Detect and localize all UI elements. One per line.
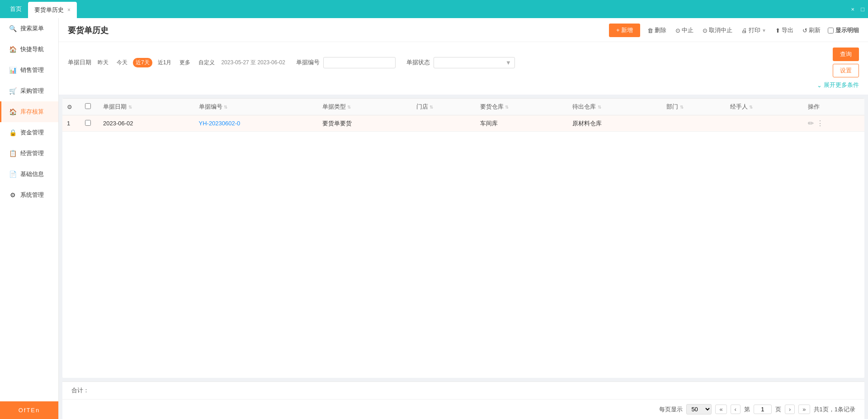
sort-department-icon[interactable]: ⇅ [680, 105, 684, 110]
sidebar-item-sales[interactable]: 📊 销售管理 [0, 60, 58, 81]
page-prefix: 第 [744, 405, 750, 414]
page-summary: 共1页，1条记录 [814, 405, 855, 414]
top-bar-actions: × □ [851, 6, 864, 13]
export-button[interactable]: ⬆ 导出 [774, 26, 795, 34]
col-check-all[interactable] [80, 99, 99, 115]
window-close-btn[interactable]: × [851, 6, 855, 13]
col-department: 部门 ⇅ [662, 99, 726, 115]
suspend-button[interactable]: ⊙ 中止 [674, 26, 695, 34]
window-maximize-btn[interactable]: □ [861, 6, 864, 13]
expand-label: 展开更多条件 [824, 81, 859, 89]
cell-check[interactable] [80, 115, 99, 132]
sidebar-item-purchase-label: 采购管理 [20, 87, 44, 95]
bill-no-label: 单据编号 [296, 58, 320, 67]
add-button[interactable]: + 新增 [609, 24, 640, 37]
basic-info-icon: 📄 [9, 170, 17, 178]
table-body: 1 2023-06-02 YH-20230602-0 要货单要货 车间库 原材料… [62, 115, 864, 132]
sidebar-item-finance-label: 资金管理 [20, 129, 44, 137]
query-button[interactable]: 查询 [833, 48, 859, 61]
col-handler: 经手人 ⇅ [726, 99, 804, 115]
sort-bill-no-icon[interactable]: ⇅ [224, 105, 227, 110]
check-all-input[interactable] [85, 103, 91, 109]
delete-button[interactable]: 🗑 删除 [646, 26, 668, 34]
date-label: 单据日期 [68, 58, 91, 67]
suspend-icon: ⊙ [675, 27, 680, 34]
row-check-input[interactable] [85, 120, 91, 126]
sidebar-item-basic-info-label: 基础信息 [20, 170, 44, 178]
expand-more-btn[interactable]: ⌄ 展开更多条件 [817, 81, 859, 89]
date-shortcuts: 昨天 今天 近7天 近1月 更多 自定义 [95, 58, 217, 67]
pagination: 每页显示 10 20 50 100 « ‹ 第 页 › » 共1页，1条记录 [62, 399, 864, 419]
col-settings[interactable]: ⚙ [62, 99, 80, 115]
bill-no-input[interactable] [323, 57, 396, 68]
sidebar-logo: OfTEn [0, 401, 58, 419]
refresh-icon: ↺ [802, 27, 807, 34]
date-range-display: 2023-05-27 至 2023-06-02 [221, 59, 285, 67]
first-page-btn[interactable]: « [715, 405, 726, 414]
shortcut-custom[interactable]: 自定义 [196, 58, 217, 67]
shortcut-yesterday[interactable]: 昨天 [95, 58, 111, 67]
content-area: 要货单历史 + 新增 🗑 删除 ⊙ 中止 ⊙ 取消中止 🖨 打印 [59, 18, 868, 419]
filter-row-2: ⌄ 展开更多条件 [68, 81, 859, 89]
more-action-icon[interactable]: ⋮ [816, 119, 824, 128]
cell-department [662, 115, 726, 132]
cancel-suspend-label: 取消中止 [709, 26, 732, 34]
shortcut-more[interactable]: 更多 [177, 58, 193, 67]
shortcut-today[interactable]: 今天 [114, 58, 130, 67]
shortcut-7days[interactable]: 近7天 [133, 58, 152, 67]
filter-date: 单据日期 昨天 今天 近7天 近1月 更多 自定义 2023-05-27 至 2… [68, 58, 285, 67]
sidebar-item-finance[interactable]: 🔒 资金管理 [0, 122, 58, 143]
delete-icon: 🗑 [647, 27, 653, 34]
sort-store-icon[interactable]: ⇅ [429, 105, 433, 110]
cancel-suspend-button[interactable]: ⊙ 取消中止 [701, 26, 734, 34]
sort-pending-warehouse-icon[interactable]: ⇅ [598, 105, 601, 110]
sidebar-item-system[interactable]: ⚙ 系统管理 [0, 185, 58, 205]
sort-handler-icon[interactable]: ⇅ [749, 105, 753, 110]
main-layout: 🔍 搜索菜单 🏠 快捷导航 📊 销售管理 🛒 采购管理 🏠 库存核算 🔒 资金管… [0, 18, 868, 419]
settings-button[interactable]: 设置 [833, 64, 859, 77]
cell-store [412, 115, 476, 132]
sidebar-item-purchase[interactable]: 🛒 采购管理 [0, 81, 58, 101]
status-select[interactable] [434, 57, 515, 68]
purchase-icon: 🛒 [9, 87, 17, 95]
total-label: 合计： [71, 387, 89, 394]
system-icon: ⚙ [9, 191, 17, 199]
top-bar: 首页 要货单历史 × × □ [0, 0, 868, 18]
sidebar-item-operations[interactable]: 📋 经营管理 [0, 143, 58, 164]
cell-bill-no[interactable]: YH-20230602-0 [194, 115, 318, 132]
col-date: 单据日期 ⇅ [99, 99, 194, 115]
last-page-btn[interactable]: » [798, 405, 810, 414]
sort-bill-type-icon[interactable]: ⇅ [347, 105, 351, 110]
toolbar: + 新增 🗑 删除 ⊙ 中止 ⊙ 取消中止 🖨 打印 ▼ [609, 24, 859, 37]
show-detail-input[interactable] [828, 28, 834, 33]
tab-home[interactable]: 首页 [4, 0, 28, 18]
prev-page-btn[interactable]: ‹ [731, 405, 741, 414]
suspend-label: 中止 [682, 26, 693, 34]
expand-icon: ⌄ [817, 82, 822, 89]
tab-history[interactable]: 要货单历史 × [28, 2, 77, 18]
sidebar-item-quick-nav[interactable]: 🏠 快捷导航 [0, 39, 58, 60]
sales-icon: 📊 [9, 66, 17, 74]
sidebar-item-basic-info[interactable]: 📄 基础信息 [0, 164, 58, 185]
action-icons: ✏ ⋮ [808, 119, 860, 128]
per-page-select[interactable]: 10 20 50 100 [686, 404, 712, 414]
sidebar-item-inventory[interactable]: 🏠 库存核算 [0, 101, 58, 122]
tab-close-icon[interactable]: × [67, 7, 71, 13]
sidebar-item-search-menu[interactable]: 🔍 搜索菜单 [0, 18, 58, 39]
quick-nav-icon: 🏠 [9, 45, 17, 53]
edit-action-icon[interactable]: ✏ [808, 119, 814, 128]
next-page-btn[interactable]: › [785, 405, 795, 414]
bill-no-link[interactable]: YH-20230602-0 [199, 120, 241, 127]
show-detail-checkbox[interactable]: 显示明细 [828, 26, 859, 34]
print-button[interactable]: 🖨 打印 ▼ [740, 26, 768, 34]
sort-req-warehouse-icon[interactable]: ⇅ [505, 105, 509, 110]
sidebar-item-system-label: 系统管理 [20, 191, 44, 199]
table-head: ⚙ 单据日期 ⇅ 单据编号 ⇅ 单据类型 [62, 99, 864, 115]
export-icon: ⬆ [775, 27, 780, 34]
inventory-icon: 🏠 [9, 108, 17, 116]
shortcut-1month[interactable]: 近1月 [155, 58, 175, 67]
page-number-input[interactable] [754, 405, 772, 414]
export-label: 导出 [782, 26, 793, 34]
refresh-button[interactable]: ↺ 刷新 [801, 26, 822, 34]
sort-date-icon[interactable]: ⇅ [128, 105, 132, 110]
